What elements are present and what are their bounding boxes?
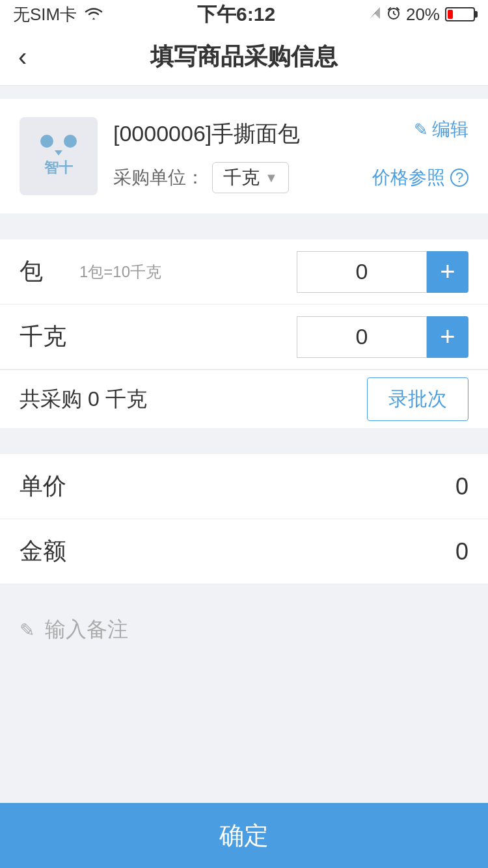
- location-icon: [368, 5, 381, 25]
- status-right: 20%: [368, 5, 475, 25]
- back-button[interactable]: ‹: [18, 42, 27, 72]
- footer-spacer: [0, 727, 488, 793]
- edit-label: 编辑: [432, 117, 468, 142]
- price-divider: [0, 428, 488, 441]
- unit-price-label: 单价: [20, 470, 66, 502]
- unit-label: 采购单位：: [113, 165, 204, 190]
- bao-plus-button[interactable]: +: [427, 251, 468, 293]
- status-time: 下午6:12: [197, 1, 275, 28]
- summary-row: 共采购 0 千克 录批次: [0, 370, 488, 428]
- svg-line-4: [394, 14, 396, 15]
- total-value: 0: [88, 387, 100, 411]
- note-section: ✎ 输入备注: [0, 597, 488, 727]
- product-meta: 采购单位： 千克 ▼ 价格参照 ?: [113, 162, 468, 193]
- logo-text: 智十: [44, 158, 73, 178]
- status-left: 无SIM卡: [13, 3, 104, 26]
- status-bar: 无SIM卡 下午6:12 20%: [0, 0, 488, 29]
- owl-eye-left: [40, 135, 53, 148]
- svg-marker-1: [375, 7, 380, 19]
- total-label: 共采购: [20, 387, 82, 411]
- note-placeholder: 输入备注: [45, 616, 128, 644]
- unit-price-row: 单价 0: [0, 454, 488, 519]
- battery-icon: [445, 7, 475, 21]
- kg-label: 千克: [20, 321, 72, 353]
- kg-plus-button[interactable]: +: [427, 316, 468, 358]
- quantity-section: 包 1包=10千克 + 千克 + 共采购 0 千克 录批次: [0, 239, 488, 428]
- amount-value: 0: [455, 538, 468, 565]
- price-ref-label: 价格参照: [372, 165, 445, 190]
- kg-row: 千克 +: [0, 305, 488, 370]
- alarm-icon: [386, 5, 401, 25]
- page-title: 填写商品采购信息: [150, 41, 338, 73]
- bao-input-control: +: [297, 251, 468, 293]
- middle-divider: [0, 213, 488, 226]
- confirm-button[interactable]: 确定: [0, 803, 488, 868]
- owl-beak: [55, 150, 62, 156]
- bao-row: 包 1包=10千克 +: [0, 239, 488, 305]
- amount-row: 金额 0: [0, 519, 488, 584]
- bao-label: 包: [20, 256, 72, 288]
- price-reference[interactable]: 价格参照 ?: [372, 165, 468, 190]
- kg-input[interactable]: [297, 316, 427, 358]
- product-image: 智十: [20, 117, 98, 195]
- edit-button[interactable]: ✎ 编辑: [414, 117, 468, 142]
- owl-eyes: [40, 135, 77, 148]
- kg-input-control: +: [297, 316, 468, 358]
- price-section: 单价 0 金额 0: [0, 454, 488, 584]
- total-unit: 千克: [105, 387, 147, 411]
- owl-eye-right: [64, 135, 77, 148]
- edit-icon: ✎: [414, 120, 428, 140]
- unit-value: 千克: [223, 165, 260, 190]
- note-input-area[interactable]: ✎ 输入备注: [20, 616, 468, 644]
- purchase-unit: 采购单位： 千克 ▼: [113, 162, 289, 193]
- top-divider: [0, 86, 488, 99]
- carrier-text: 无SIM卡: [13, 3, 77, 26]
- pencil-icon: ✎: [20, 619, 34, 641]
- price-ref-icon: ?: [450, 169, 468, 187]
- bao-input[interactable]: [297, 251, 427, 293]
- unit-arrow-icon: ▼: [265, 170, 278, 185]
- product-title: 手撕面包: [211, 121, 300, 146]
- bao-sublabel: 1包=10千克: [79, 262, 297, 282]
- product-logo: 智十: [33, 133, 85, 179]
- summary-text: 共采购 0 千克: [20, 385, 147, 414]
- amount-label: 金额: [20, 536, 66, 567]
- batch-button[interactable]: 录批次: [367, 377, 468, 421]
- product-card: 智十 [0000006]手撕面包 采购单位： 千克 ▼ 价格参照 ? ✎ 编辑: [0, 99, 488, 213]
- product-id: [0000006]: [113, 121, 211, 146]
- battery-percent: 20%: [406, 5, 440, 25]
- wifi-icon: [83, 5, 104, 25]
- unit-selector[interactable]: 千克 ▼: [212, 162, 289, 193]
- unit-price-value: 0: [455, 473, 468, 500]
- nav-bar: ‹ 填写商品采购信息: [0, 29, 488, 86]
